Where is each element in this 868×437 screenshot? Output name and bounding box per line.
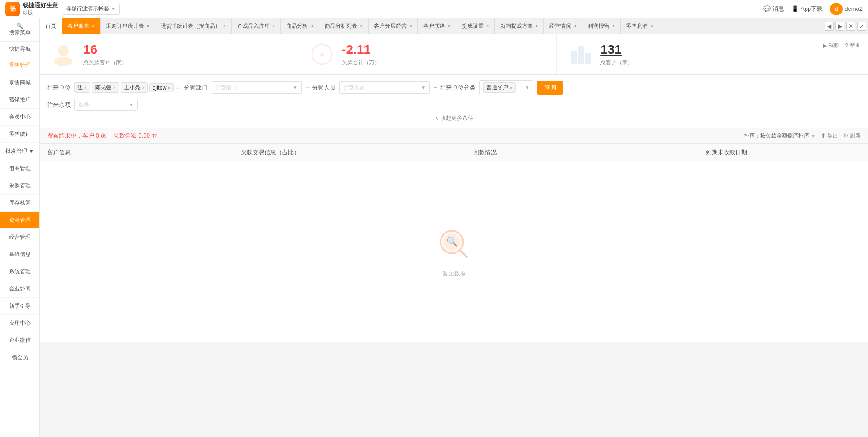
user-profile[interactable]: d demo2: [830, 3, 863, 15]
remove-tag-cjttcw[interactable]: ×: [168, 85, 170, 90]
close-tab-icon[interactable]: ×: [574, 24, 576, 28]
sidebar-item-ecommerce[interactable]: 电商管理: [0, 160, 39, 177]
close-tab-icon[interactable]: ×: [92, 24, 95, 28]
close-tab-icon[interactable]: ×: [311, 24, 313, 28]
sidebar-item-marketing[interactable]: 营销推广: [0, 91, 39, 109]
sidebar-item-member-center[interactable]: 会员中心: [0, 109, 39, 126]
tab-production-inbound[interactable]: 产成品入库单 ×: [232, 18, 281, 34]
empty-state-icon: 🔍: [436, 226, 472, 262]
tab-product-analysis[interactable]: 商品分析 ×: [281, 18, 319, 34]
remove-tag-chen[interactable]: ×: [113, 85, 115, 90]
close-tab-icon[interactable]: ×: [147, 24, 149, 28]
message-button[interactable]: 💬 消息: [763, 5, 784, 13]
tab-next-button[interactable]: ▶: [835, 22, 844, 31]
remove-unit-class-tag[interactable]: ×: [509, 85, 512, 90]
close-tab-icon[interactable]: ×: [448, 24, 451, 28]
chevron-down-icon: ▼: [421, 85, 426, 90]
sidebar-item-wechat[interactable]: 企业微信: [0, 332, 39, 349]
close-tab-icon[interactable]: ×: [486, 24, 489, 28]
tab-inbound-stats[interactable]: 进货单统计表（按商品） ×: [155, 18, 232, 34]
filter-tag-wang[interactable]: 王小亮 ×: [121, 82, 148, 93]
stat-card-total-clients: 131 总客户（家）: [557, 34, 815, 74]
close-tab-icon[interactable]: ×: [612, 24, 615, 28]
collapse-conditions-button[interactable]: ∧ 收起更多条件: [435, 114, 473, 122]
remove-tag-wu[interactable]: ×: [84, 85, 87, 90]
close-tab-icon[interactable]: ×: [651, 24, 653, 28]
app-download-button[interactable]: 📱 App下载: [791, 5, 823, 13]
tab-purchase-order-stats[interactable]: 采购订单统计表 ×: [101, 18, 155, 34]
industry-dropdown[interactable]: 母婴行业演示帐套 ▼: [62, 3, 120, 15]
tab-profit-report[interactable]: 利润报告 ×: [582, 18, 621, 34]
col-header-date: 到期未收款日期: [706, 148, 861, 157]
video-button[interactable]: ▶ 视频: [823, 42, 839, 49]
sidebar-item-member[interactable]: 畅会员: [0, 349, 39, 366]
filter-balance-select[interactable]: 选择... ▼: [74, 99, 138, 111]
tab-add-commission[interactable]: 新增提成方案 ×: [495, 18, 544, 34]
quick-nav-button[interactable]: 快捷导航: [0, 42, 39, 57]
stat-label-customers: 总欠款客户（家）: [83, 59, 127, 66]
sidebar-item-retail-stats[interactable]: 零售统计: [0, 126, 39, 143]
tab-close-all-button[interactable]: ✕: [846, 22, 855, 31]
svg-rect-4: [571, 51, 577, 64]
stat-label-total-clients: 总客户（家）: [600, 59, 633, 66]
tab-operations[interactable]: 经营情况 ×: [544, 18, 582, 34]
tab-home[interactable]: 首页: [40, 18, 62, 34]
refresh-button[interactable]: ↻ 刷新: [844, 132, 861, 140]
close-tab-icon[interactable]: ×: [223, 24, 226, 28]
stat-info-debt: -2.11 欠款合计（万）: [342, 42, 380, 67]
tab-retail-profit[interactable]: 零售利润 ×: [621, 18, 659, 34]
total-clients-icon: [568, 42, 593, 67]
sidebar-search-button[interactable]: 🔍 搜索菜单: [0, 18, 39, 42]
tab-commission-settings[interactable]: 提成设置 ×: [456, 18, 495, 34]
tab-customer-contact[interactable]: 客户联络 ×: [418, 18, 456, 34]
filter-tag-cjttcw[interactable]: cjttcw ×: [149, 83, 173, 92]
filter-more-icon[interactable]: ···: [176, 85, 180, 91]
sidebar: 🔍 搜索菜单 快捷导航 零售管理 零售商城 营销推广 会员中心 零售统计 批发管…: [0, 18, 40, 437]
stat-info-total-clients: 131 总客户（家）: [600, 42, 633, 67]
sidebar-item-beginner-guide[interactable]: 新手引导: [0, 298, 39, 315]
close-tab-icon[interactable]: ×: [409, 24, 412, 28]
remove-tag-wang[interactable]: ×: [142, 85, 144, 90]
tab-customer-segmentation[interactable]: 客户分层经营 ×: [369, 18, 418, 34]
tab-maximize-button[interactable]: ⤢: [857, 22, 866, 31]
filter-unit-class-select[interactable]: 普通客户 × ▼: [479, 80, 533, 95]
filter-person-select[interactable]: 分管人员 ▼: [339, 81, 430, 94]
sidebar-item-enterprise-collab[interactable]: 企业协同: [0, 280, 39, 298]
filter-dept-select[interactable]: 分管部门 ▼: [211, 81, 302, 94]
filter-person-label: 分管人员: [312, 84, 336, 92]
sidebar-item-inventory[interactable]: 库存核算: [0, 195, 39, 212]
person-more-dots: ···: [433, 84, 436, 92]
sidebar-item-app-center[interactable]: 应用中心: [0, 315, 39, 332]
sidebar-item-retail-mall[interactable]: 零售商城: [0, 74, 39, 91]
filter-tag-chen[interactable]: 陈民强 ×: [92, 82, 119, 93]
query-button[interactable]: 查询: [537, 81, 563, 95]
sidebar-item-purchase[interactable]: 采购管理: [0, 177, 39, 195]
refresh-icon: ↻: [844, 133, 848, 139]
close-tab-icon[interactable]: ×: [273, 24, 275, 28]
filter-tag-wu[interactable]: 伍 ×: [74, 82, 90, 93]
play-icon: ▶: [823, 43, 827, 49]
sidebar-item-finance[interactable]: 资金管理: [0, 212, 39, 229]
sidebar-item-system[interactable]: 系统管理: [0, 263, 39, 280]
close-tab-icon[interactable]: ×: [536, 24, 538, 28]
search-icon: 🔍: [16, 23, 23, 29]
stats-row: 16 总欠款客户（家） ¥ -2.11 欠款合计（万）: [40, 34, 868, 75]
sidebar-item-basic-info[interactable]: 基础信息: [0, 246, 39, 263]
tab-customer-ledger[interactable]: 客户账本 ×: [62, 18, 101, 34]
stat-info-customers: 16 总欠款客户（家）: [83, 42, 127, 67]
dept-more-dots: ···: [305, 84, 308, 92]
filter-row-unit: 往来单位 伍 × 陈民强 × 王小亮 ×: [47, 80, 861, 95]
close-tab-icon[interactable]: ×: [360, 24, 363, 28]
filter-tag-normal-customer[interactable]: 普通客户 ×: [483, 82, 515, 93]
sidebar-item-retail-management[interactable]: 零售管理: [0, 57, 39, 74]
export-button[interactable]: ⬆ 导出: [821, 132, 838, 140]
tab-product-analysis-list[interactable]: 商品分析列表 ×: [319, 18, 369, 34]
sidebar-item-wholesale[interactable]: 批发管理 ▼: [0, 143, 39, 160]
page-content: 16 总欠款客户（家） ¥ -2.11 欠款合计（万）: [40, 34, 868, 437]
svg-point-0: [58, 45, 69, 56]
sort-select[interactable]: 排序：按欠款金额倒序排序 ▼: [744, 132, 815, 140]
sidebar-item-operations[interactable]: 经营管理: [0, 229, 39, 246]
chevron-up-icon: ∧: [435, 115, 439, 122]
help-button[interactable]: ? 帮助: [845, 42, 861, 49]
tab-prev-button[interactable]: ◀: [825, 22, 834, 31]
